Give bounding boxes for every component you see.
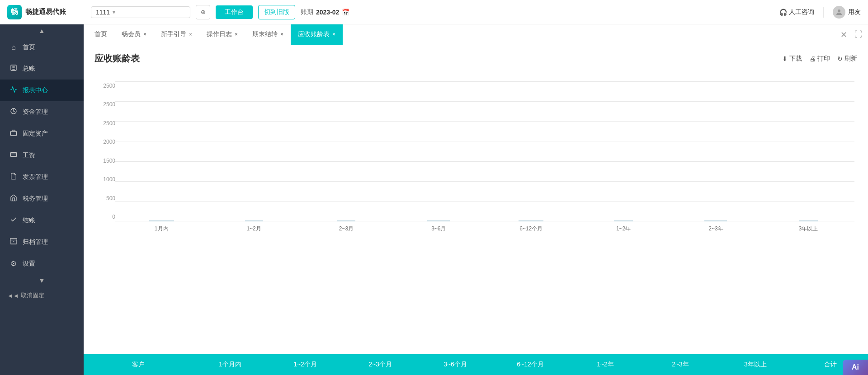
sidebar-item-label: 归档管理: [23, 238, 48, 246]
calendar-icon[interactable]: 📅: [342, 9, 349, 16]
bar-3-6m[interactable]: [427, 220, 450, 221]
logo-icon: 畅: [7, 5, 22, 19]
sidebar-item-archive[interactable]: 归档管理: [0, 231, 84, 253]
tab-period[interactable]: 期末结转 ×: [245, 24, 291, 45]
y-label-2000: 2000: [97, 137, 115, 146]
refresh-icon: ↻: [837, 55, 843, 62]
switch-button[interactable]: 切到旧版: [258, 5, 295, 19]
bar-1m[interactable]: [149, 220, 174, 221]
ledger-icon: [9, 64, 18, 73]
sidebar-item-label: 结账: [23, 216, 35, 225]
sidebar-item-label: 资金管理: [23, 108, 48, 116]
sidebar-item-label: 工资: [23, 151, 35, 159]
svg-rect-6: [10, 131, 16, 136]
svg-point-0: [838, 9, 840, 12]
logo-text: 畅捷通易代账: [25, 8, 66, 16]
maximize-tab-button[interactable]: ⛶: [853, 28, 864, 42]
x-label-3-6m: 3~6月: [392, 222, 485, 235]
bar-6-12m[interactable]: [519, 220, 543, 221]
close-tab-button[interactable]: ✕: [839, 28, 849, 42]
col-3y-plus-label: 3年以上: [744, 361, 767, 368]
ai-badge[interactable]: Ai: [843, 360, 868, 375]
print-button[interactable]: 🖨 打印: [809, 55, 830, 63]
col-1-2y: 1~2年: [568, 361, 643, 369]
tab-label: 操作日志: [207, 30, 232, 38]
close-icon[interactable]: ×: [143, 31, 146, 38]
sidebar-item-label: 固定资产: [23, 130, 48, 138]
company-name: 1111: [96, 9, 110, 16]
refresh-button[interactable]: ↻ 刷新: [837, 55, 857, 63]
close-icon[interactable]: ×: [280, 31, 283, 38]
table-footer: 客户 1个月内 1~2个月 2~3个月 3~6个月 6~12个月: [84, 354, 868, 375]
cancel-fixed-button[interactable]: ◄◄ 取消固定: [0, 287, 84, 304]
x-label-2-3y: 2~3年: [670, 222, 762, 235]
page-content: 应收账龄表 ⬇ 下载 🖨 打印 ↻ 刷新: [84, 45, 868, 375]
bar-2-3m[interactable]: [337, 220, 355, 221]
col-6-12m-label: 6~12个月: [517, 361, 544, 368]
tab-member[interactable]: 畅会员 ×: [114, 24, 154, 45]
period-area: 账期 2023-02 📅: [301, 8, 349, 16]
workbench-button[interactable]: 工作台: [216, 5, 253, 19]
settings-icon: ⚙: [9, 259, 18, 268]
bar-group-6-12m: [485, 220, 577, 221]
col-total-label: 合计: [824, 361, 837, 368]
tab-label: 首页: [94, 30, 107, 38]
bar-1-2m[interactable]: [245, 220, 263, 221]
close-icon[interactable]: ×: [332, 31, 335, 38]
sidebar-item-funds[interactable]: 资金管理: [0, 101, 84, 123]
sidebar-item-reports[interactable]: 报表中心: [0, 80, 84, 101]
tab-home[interactable]: 首页: [87, 24, 114, 45]
y-label-0: 0: [97, 212, 115, 221]
tabs-actions: ✕ ⛶: [839, 28, 864, 42]
sidebar-item-home[interactable]: ⌂ 首页: [0, 37, 84, 58]
close-icon[interactable]: ×: [189, 31, 192, 38]
tab-guide[interactable]: 新手引导 ×: [154, 24, 199, 45]
x-label-1-2y: 1~2年: [577, 222, 670, 235]
close-period-icon: [9, 216, 18, 225]
sidebar-item-assets[interactable]: 固定资产: [0, 123, 84, 145]
sidebar-item-label: 首页: [23, 43, 35, 52]
bar-1-2y[interactable]: [614, 220, 633, 221]
tab-label: 应收账龄表: [298, 30, 330, 38]
sidebar-item-tax[interactable]: 税务管理: [0, 188, 84, 210]
assets-icon: [9, 129, 18, 138]
col-customer-label: 客户: [132, 361, 145, 368]
bar-2-3y[interactable]: [704, 220, 727, 221]
sidebar-item-salary[interactable]: 工资: [0, 145, 84, 166]
user-area[interactable]: 用友: [833, 6, 861, 19]
tab-label: 畅会员: [122, 30, 141, 38]
svg-rect-7: [10, 152, 16, 156]
col-3y-plus: 3年以上: [718, 361, 793, 369]
y-label-2500c: 2500: [97, 81, 115, 90]
main-layout: ▲ ⌂ 首页 总账 报表中心 资金管理 固定资产: [0, 24, 868, 375]
sidebar-item-close[interactable]: 结账: [0, 210, 84, 231]
consult-label: 人工咨询: [789, 8, 814, 16]
page-actions: ⬇ 下载 🖨 打印 ↻ 刷新: [782, 55, 857, 63]
close-icon[interactable]: ×: [235, 31, 238, 38]
col-1m-label: 1个月内: [219, 361, 241, 368]
content-area: 首页 畅会员 × 新手引导 × 操作日志 × 期末结转 × 应收账龄表 ×: [84, 24, 868, 375]
chevron-down-icon: ▾: [113, 9, 115, 15]
home-icon: ⌂: [9, 43, 18, 52]
bar-group-1-2y: [577, 220, 670, 221]
sidebar-item-settings[interactable]: ⚙ 设置: [0, 253, 84, 274]
sidebar-item-ledger[interactable]: 总账: [0, 58, 84, 80]
sidebar-scroll-up[interactable]: ▲: [0, 24, 84, 37]
tab-ar-aging[interactable]: 应收账龄表 ×: [291, 24, 343, 45]
tab-log[interactable]: 操作日志 ×: [199, 24, 245, 45]
col-1-2y-label: 1~2年: [597, 361, 614, 368]
header: 畅 畅捷通易代账 1111 ▾ ⊕ 工作台 切到旧版 账期 2023-02 📅 …: [0, 0, 868, 24]
page-header: 应收账龄表 ⬇ 下载 🖨 打印 ↻ 刷新: [84, 45, 868, 72]
chart-area: 0 500 1000 1500 2000 2500 2500 2500: [97, 81, 854, 235]
download-button[interactable]: ⬇ 下载: [782, 55, 802, 63]
bar-3y-plus[interactable]: [799, 220, 818, 221]
logo-area: 畅 畅捷通易代账: [7, 5, 91, 19]
bar-group-1-2m: [208, 220, 300, 221]
company-selector[interactable]: 1111 ▾: [91, 6, 190, 18]
logo-char: 畅: [11, 7, 18, 17]
sidebar-item-invoice[interactable]: 发票管理: [0, 166, 84, 188]
consult-button[interactable]: 🎧 人工咨询: [779, 8, 814, 16]
copy-button[interactable]: ⊕: [196, 5, 210, 19]
sidebar-scroll-down[interactable]: ▼: [0, 274, 84, 287]
period-label: 账期: [301, 8, 313, 16]
